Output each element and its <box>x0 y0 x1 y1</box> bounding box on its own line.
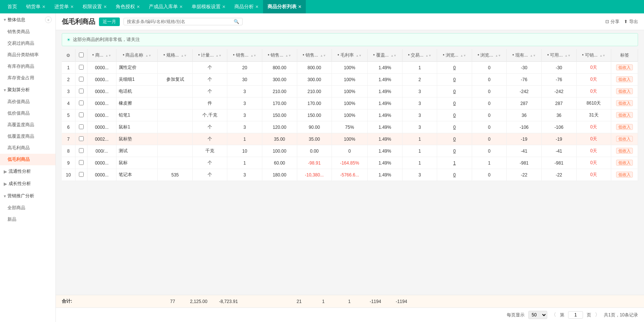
sidebar-group-growth[interactable]: ▶ 成长性分析 <box>0 178 55 190</box>
sidebar-group-marketing[interactable]: ▾ 营销推广分析 <box>0 190 55 202</box>
nav-product-inbound[interactable]: 产成品入库单 ✕ <box>144 0 187 13</box>
row-select-checkbox[interactable] <box>79 124 84 129</box>
nav-purchase-order[interactable]: 进货单 ✕ <box>50 0 78 13</box>
sidebar-item-category-rate[interactable]: 商品分类助销率 <box>0 49 55 61</box>
sidebar-item-high-value[interactable]: 高价值商品 <box>0 96 55 108</box>
col-code[interactable]: • 商... ▲▼ <box>87 49 116 62</box>
sidebar-item-low-coverage[interactable]: 低覆盖度商品 <box>0 131 55 142</box>
row-checkbox[interactable] <box>75 98 87 109</box>
page-number-input[interactable] <box>568 311 583 319</box>
sidebar-item-capital-usage[interactable]: 库存资金占用 <box>0 72 55 84</box>
row-checkbox[interactable] <box>75 109 87 121</box>
close-icon[interactable]: ✕ <box>179 4 183 9</box>
col-name[interactable]: • 商品名称 ▲▼ <box>116 49 158 62</box>
per-page-select[interactable]: 50 20 100 <box>528 311 547 319</box>
row-browse1[interactable]: 0 <box>437 169 472 181</box>
sidebar-item-high-coverage[interactable]: 高覆盖度商品 <box>0 119 55 131</box>
sidebar-item-high-margin[interactable]: 高毛利商品 <box>0 142 55 154</box>
prev-page-btn[interactable]: 〈 <box>551 312 556 318</box>
sidebar-group-overall[interactable]: ▾ 整体信息 « <box>0 13 55 26</box>
nav-product-analysis-list[interactable]: 商品分析列表 ✕ <box>263 0 306 13</box>
sidebar-group-flow[interactable]: ▶ 流通性分析 <box>0 165 55 178</box>
col-trade[interactable]: • 交易... ▲▼ <box>402 49 437 62</box>
row-checkbox[interactable] <box>75 74 87 86</box>
nav-product-analysis[interactable]: 商品分析 ✕ <box>230 0 263 13</box>
sidebar-item-stocked-products[interactable]: 有库存的商品 <box>0 61 55 72</box>
col-sellable[interactable]: • 可销... ▲▼ <box>576 49 611 62</box>
sidebar-item-low-margin[interactable]: 低毛利商品 <box>0 154 55 165</box>
row-checkbox[interactable] <box>75 145 87 157</box>
share-button[interactable]: ⊡ 分享 <box>605 19 619 25</box>
row-browse1[interactable]: 0 <box>437 98 472 109</box>
row-browse1[interactable]: 0 <box>437 74 472 86</box>
nav-role-auth[interactable]: 角色授权 ✕ <box>111 0 144 13</box>
row-checkbox[interactable] <box>75 157 87 169</box>
row-select-checkbox[interactable] <box>79 101 84 105</box>
col-available[interactable]: • 可用... ▲▼ <box>542 49 577 62</box>
close-icon[interactable]: ✕ <box>42 4 45 9</box>
sort-icon: ▲▼ <box>250 54 256 57</box>
sidebar-item-all-products[interactable]: 全部商品 <box>0 202 55 214</box>
close-icon[interactable]: ✕ <box>70 4 74 9</box>
row-browse1[interactable]: 0 <box>437 121 472 133</box>
row-select-checkbox[interactable] <box>79 65 84 70</box>
row-select-checkbox[interactable] <box>79 112 84 117</box>
row-trade: 3 <box>402 98 437 109</box>
col-browse2[interactable]: • 浏览... ▲▼ <box>472 49 507 62</box>
settings-icon[interactable]: ⚙ <box>66 53 70 58</box>
export-button[interactable]: ⬆ 导出 <box>624 19 638 25</box>
col-browse1[interactable]: • 浏览... ▲▼ <box>437 49 472 62</box>
search-input[interactable] <box>127 19 232 24</box>
col-tag[interactable]: 标签 <box>611 49 638 62</box>
row-checkbox[interactable] <box>75 121 87 133</box>
close-icon[interactable]: ✕ <box>222 4 225 9</box>
row-select-checkbox[interactable] <box>79 148 84 153</box>
sidebar-group-analysis[interactable]: ▾ 聚划算分析 <box>0 84 55 96</box>
col-coverage[interactable]: • 覆盖... ▲▼ <box>368 49 403 62</box>
nav-template[interactable]: 单据模板设置 ✕ <box>187 0 230 13</box>
footer-empty <box>80 299 161 304</box>
col-gross-margin[interactable]: • 毛利率 ▲▼ <box>332 49 368 62</box>
row-select-checkbox[interactable] <box>79 172 84 177</box>
col-spec[interactable]: • 规格... ▲▼ <box>158 49 193 62</box>
row-browse1[interactable]: 0 <box>437 109 472 121</box>
row-checkbox[interactable] <box>75 169 87 181</box>
col-current-stock[interactable]: • 现有... ▲▼ <box>507 49 542 62</box>
col-unit[interactable]: • 计量... ▲▼ <box>192 49 227 62</box>
close-icon[interactable]: ✕ <box>103 4 107 9</box>
row-select-checkbox[interactable] <box>79 136 84 141</box>
row-browse1[interactable]: 0 <box>437 86 472 98</box>
checkbox-col-header[interactable] <box>75 49 87 62</box>
nav-home[interactable]: 首页 <box>3 0 22 13</box>
close-icon[interactable]: ✕ <box>298 4 301 9</box>
nav-permission[interactable]: 权限设置 ✕ <box>78 0 111 13</box>
sidebar-collapse-btn[interactable]: « <box>45 16 52 23</box>
row-select-checkbox[interactable] <box>79 77 84 82</box>
sidebar-item-traded-products[interactable]: 交易过的商品 <box>0 38 55 49</box>
search-box[interactable]: 🔍 <box>124 18 243 25</box>
row-checkbox[interactable] <box>75 133 87 145</box>
col-sales-price[interactable]: • 销售... ▲▼ <box>262 49 297 62</box>
filter-button[interactable]: 近一月 <box>99 17 120 26</box>
sidebar-item-sales-products[interactable]: 销售类商品 <box>0 26 55 38</box>
sidebar-item-new-products[interactable]: 新品 <box>0 214 55 225</box>
sidebar-item-low-value[interactable]: 低价值商品 <box>0 108 55 119</box>
row-select-checkbox[interactable] <box>79 89 84 93</box>
nav-sales-order[interactable]: 销货单 ✕ <box>22 0 50 13</box>
row-sales-price: 150.00 <box>262 109 297 121</box>
row-checkbox[interactable] <box>75 86 87 98</box>
col-sales-profit[interactable]: • 销售... ▲▼ <box>297 49 332 62</box>
select-all-checkbox[interactable] <box>79 52 84 57</box>
row-browse1[interactable]: 0 <box>437 145 472 157</box>
close-icon[interactable]: ✕ <box>137 4 140 9</box>
settings-col-header[interactable]: ⚙ <box>62 49 75 62</box>
row-checkbox[interactable] <box>75 62 87 74</box>
close-icon[interactable]: ✕ <box>255 4 259 9</box>
row-browse1[interactable]: 0 <box>437 133 472 145</box>
row-browse1[interactable]: 1 <box>437 157 472 169</box>
row-browse1[interactable]: 0 <box>437 62 472 74</box>
warning-icon: ☀ <box>67 37 71 42</box>
col-sales-qty[interactable]: • 销售... ▲▼ <box>227 49 262 62</box>
row-select-checkbox[interactable] <box>79 160 84 165</box>
next-page-btn[interactable]: 〉 <box>595 312 600 318</box>
